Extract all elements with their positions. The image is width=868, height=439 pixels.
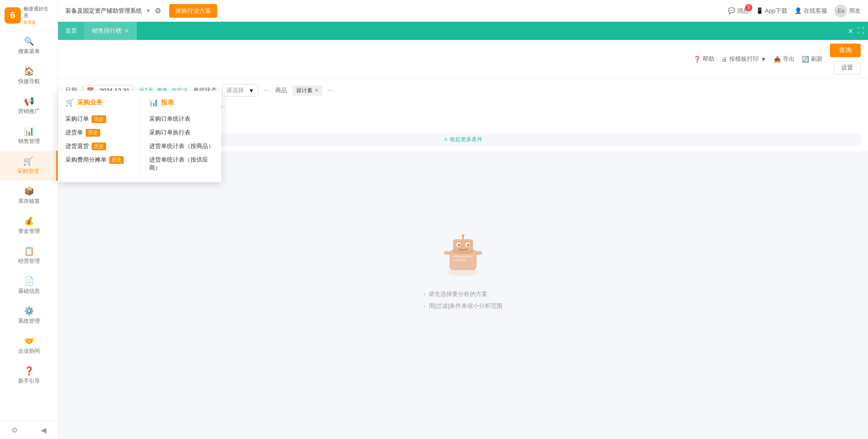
menu-item-purchase-expense[interactable]: 采购费用分摊单 历史 [65,153,131,167]
tabbar-right: ✕ ⛶ [848,22,868,40]
sidebar-item-operation[interactable]: 📋 经营管理 [0,241,58,271]
sidebar: 6 畅捷通好生意 标准版 🔍 搜索菜单 🏠 快捷导航 📢 营销推广 📊 [0,0,58,439]
main-area: 装备及固定资产辅助管理系统 ▼ ⚙ 体验行业方案 💬 消息 9 📱 App下载 … [58,0,868,439]
report-col-icon: 📊 [149,98,158,107]
inventory-icon: 📦 [24,186,34,196]
print-btn[interactable]: 🖨 按模板打印 ▼ [722,55,766,63]
collapse-up-icon: ∧ [444,136,448,143]
menu-item-receipt-stats-by-goods[interactable]: 进货单统计表（按商品） [149,139,215,153]
system-title: 装备及固定资产辅助管理系统 [65,7,142,15]
tab-expand-icon[interactable]: ⛶ [857,27,864,35]
sidebar-item-sales[interactable]: 📊 销售管理 [0,121,58,151]
menu-item-goods-return[interactable]: 进货退货 历史 [65,139,131,153]
purchase-report-title: 📊 报表 [149,98,215,107]
empty-hint-2: 用[过滤]条件来缩小分析范围 [424,300,502,312]
industry-btn[interactable]: 体验行业方案 [169,4,217,18]
refresh-icon: 🔄 [802,56,809,63]
system-icon: ⚙️ [24,306,34,316]
query-button[interactable]: 查询 [830,44,861,57]
goods-tag-close[interactable]: ✕ [314,87,319,94]
app-download-btn[interactable]: 📱 App下载 [756,7,787,15]
message-icon: 💬 [728,7,735,14]
sidebar-item-search[interactable]: 🔍 搜索菜单 [0,31,58,61]
help-btn[interactable]: ❓ 帮助 [693,55,714,63]
chevron-down-icon: ▼ [249,87,254,94]
empty-state: 请先选择要分析的方案 用[过滤]条件来缩小分析范围 [58,152,868,439]
svg-rect-10 [476,251,482,255]
history-badge-2: 历史 [86,129,100,137]
menu-item-order-exec[interactable]: 采购订单执行表 [149,126,215,139]
enterprise-icon: 🤝 [24,336,34,346]
export-icon: 📤 [774,56,781,63]
operation-icon: 📋 [24,246,34,256]
help-icon: ❓ [693,56,701,63]
print-arrow-icon: ▼ [761,56,766,63]
topbar: 装备及固定资产辅助管理系统 ▼ ⚙ 体验行业方案 💬 消息 9 📱 App下载 … [58,0,868,22]
menu-item-receipt-stats-by-supplier[interactable]: 进货单统计表（按供应商） [149,153,215,175]
online-service-btn[interactable]: 👤 在线客服 [795,7,827,15]
topbar-right: 💬 消息 9 📱 App下载 👤 在线客服 Ea 用友 [728,5,861,17]
finance-icon: 💰 [24,216,34,226]
print-icon: 🖨 [722,56,727,63]
export-btn[interactable]: 📤 导出 [774,55,795,63]
sidebar-item-quick-nav[interactable]: 🏠 快捷导航 [0,61,58,91]
purchase-business-column: 🛒 采购业务 采购订单 历史 进货单 历史 进货退货 历史 采购费用分摊单 历史 [65,98,131,175]
user-avatar: Ea [834,5,847,17]
logo-icon: 6 [5,7,21,24]
svg-rect-9 [444,251,450,255]
sidebar-nav: 🔍 搜索菜单 🏠 快捷导航 📢 营销推广 📊 销售管理 🛒 采购管理 📦 [0,31,58,421]
tab-sales-rank[interactable]: 销售排行榜 ✕ [85,22,137,40]
purchase-business-title: 🛒 采购业务 [65,98,131,107]
history-badge-3: 历史 [92,143,106,150]
tab-home[interactable]: 首页 [58,22,85,40]
purchase-col-icon: 🛒 [65,98,74,107]
menu-item-order-stats[interactable]: 采购订单统计表 [149,112,215,126]
menu-divider [140,98,140,175]
marketing-icon: 📢 [24,96,34,106]
menu-item-goods-receipt[interactable]: 进货单 历史 [65,126,131,139]
refresh-btn[interactable]: 🔄 刷新 [802,55,823,63]
service-icon: 👤 [795,7,802,14]
topbar-title-area: 装备及固定资产辅助管理系统 ▼ ⚙ 体验行业方案 [65,4,728,18]
purchase-report-column: 📊 报表 采购订单统计表 采购订单执行表 进货单统计表（按商品） 进货单统计表（… [149,98,215,175]
voucher-status-more-btn[interactable]: ··· [264,86,270,94]
empty-robot-svg [436,234,490,279]
tab-close-icon[interactable]: ✕ [124,28,129,34]
goods-more-btn[interactable]: ··· [328,86,334,94]
sidebar-item-guide[interactable]: ❓ 新手引导 [0,360,58,390]
goods-tag: 设计素 ✕ [293,85,322,96]
svg-rect-11 [453,256,473,257]
svg-rect-2 [453,239,473,254]
user-btn[interactable]: Ea 用友 [834,5,861,17]
base-info-icon: 📄 [24,276,34,286]
sidebar-collapse-btn[interactable]: ◀ [41,426,46,434]
sidebar-item-finance[interactable]: 💰 资金管理 [0,211,58,241]
sidebar-item-base-info[interactable]: 📄 基础信息 [0,271,58,301]
sidebar-item-purchase[interactable]: 🛒 采购管理 [0,151,58,181]
logo-text: 畅捷通好生意 标准版 [24,5,53,25]
settings-button[interactable]: 设置 [834,61,861,74]
sales-icon: 📊 [24,126,34,136]
message-btn[interactable]: 💬 消息 9 [728,7,749,15]
sidebar-settings-btn[interactable]: ⚙ [11,426,18,434]
svg-point-6 [467,244,469,247]
empty-illustration [436,234,490,279]
topbar-dropdown-arrow[interactable]: ▼ [146,8,151,14]
filter-toolbar-row: ❓ 帮助 🖨 按模板打印 ▼ 📤 导出 🔄 刷新 查询 [58,40,868,79]
sidebar-item-inventory[interactable]: 📦 库存核算 [0,181,58,211]
search-icon: 🔍 [24,36,34,46]
sidebar-item-system[interactable]: ⚙️ 系统管理 [0,301,58,330]
home-icon: 🏠 [24,66,34,76]
tab-close-all-icon[interactable]: ✕ [848,27,853,35]
message-badge: 9 [745,4,752,11]
menu-item-purchase-order[interactable]: 采购订单 历史 [65,112,131,126]
purchase-dropdown-menu: 🛒 采购业务 采购订单 历史 进货单 历史 进货退货 历史 采购费用分摊单 历史… [58,91,221,182]
purchase-icon: 🛒 [23,156,33,166]
topbar-settings-icon[interactable]: ⚙ [155,6,161,15]
sidebar-item-marketing[interactable]: 📢 营销推广 [0,91,58,121]
sidebar-item-enterprise[interactable]: 🤝 企业协同 [0,330,58,360]
svg-point-5 [458,244,460,247]
history-badge-1: 历史 [92,115,106,123]
voucher-status-select[interactable]: 请选择 ▼ [222,84,258,97]
empty-hints-list: 请先选择要分析的方案 用[过滤]条件来缩小分析范围 [424,288,502,312]
